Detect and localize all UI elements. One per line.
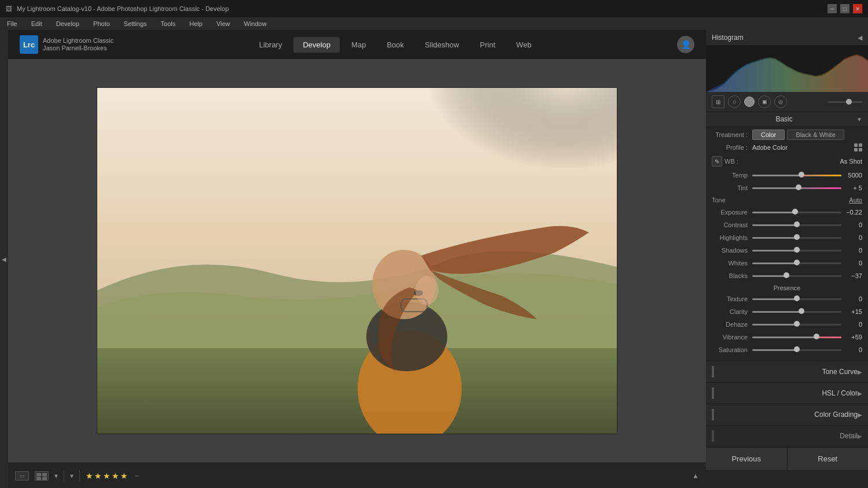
tab-web[interactable]: Web	[507, 37, 541, 53]
whites-value: 0	[841, 260, 862, 267]
color-treatment-btn[interactable]: Color	[752, 130, 785, 140]
color-grading-indicator	[712, 409, 714, 420]
center-area: Lrc Adobe Lightroom Classic Jason Parnel…	[8, 30, 706, 488]
basic-section-header[interactable]: Basic ▼	[706, 112, 868, 126]
wb-picker-tool[interactable]: ✎	[712, 156, 722, 167]
menu-edit[interactable]: Edit	[29, 19, 45, 28]
highlights-slider-row: Highlights 0	[712, 232, 862, 243]
tone-header-row: Tone Auto	[712, 195, 862, 205]
tab-print[interactable]: Print	[470, 37, 505, 53]
tab-map[interactable]: Map	[342, 37, 375, 53]
color-grading-section[interactable]: Color Grading ▶	[706, 404, 868, 426]
tone-curve-arrow: ▶	[858, 369, 862, 375]
tint-label: Tint	[712, 184, 752, 191]
bw-treatment-btn[interactable]: Black & White	[787, 130, 844, 140]
color-grading-arrow: ▶	[858, 412, 862, 418]
title-bar: 🖼 My Lightroom Catalog-v10 - Adobe Photo…	[0, 0, 868, 17]
texture-slider-row: Texture 0	[712, 294, 862, 304]
logo-text: Lrc	[23, 40, 35, 49]
exposure-slider-row: Exposure −0.22	[712, 207, 862, 217]
histogram-collapse[interactable]: ◀	[858, 34, 862, 42]
filmstrip-toggle[interactable]: ▲	[692, 472, 699, 480]
previous-button[interactable]: Previous	[706, 448, 788, 470]
window-controls[interactable]: ─ □ ✕	[827, 4, 862, 13]
close-button[interactable]: ✕	[853, 4, 862, 13]
tone-curve-title: Tone Curve	[719, 368, 858, 376]
menu-file[interactable]: File	[5, 19, 20, 28]
highlights-label: Highlights	[712, 234, 752, 241]
basic-section: Basic ▼ Treatment : Color Black & White …	[706, 112, 868, 361]
tab-develop[interactable]: Develop	[293, 37, 340, 53]
masking-tool[interactable]: ▣	[758, 95, 771, 108]
menu-tools[interactable]: Tools	[159, 19, 178, 28]
app-logo: Lrc Adobe Lightroom Classic Jason Parnel…	[20, 35, 113, 54]
view-grid-icon[interactable]	[35, 471, 49, 480]
temp-slider-row: Temp 5000	[712, 170, 862, 180]
highlights-slider[interactable]	[752, 237, 841, 239]
hsl-title: HSL / Color	[719, 389, 858, 397]
whites-slider-row: Whites 0	[712, 258, 862, 268]
exposure-label: Exposure	[712, 209, 752, 216]
tab-book[interactable]: Book	[377, 37, 413, 53]
shadows-slider[interactable]	[752, 250, 841, 252]
reset-button[interactable]: Reset	[788, 448, 869, 470]
shadows-slider-row: Shadows 0	[712, 245, 862, 256]
whites-slider[interactable]	[752, 263, 841, 264]
tab-library[interactable]: Library	[250, 37, 292, 53]
clarity-value: +15	[841, 308, 862, 315]
spot-removal-tool[interactable]: ○	[728, 95, 741, 108]
star-rating[interactable]: ★★★★★	[86, 471, 129, 480]
texture-value: 0	[841, 295, 862, 302]
tone-slider-bar[interactable]	[828, 101, 862, 103]
left-panel-toggle[interactable]: ◀	[1, 256, 8, 263]
tab-slideshow[interactable]: Slideshow	[415, 37, 468, 53]
detail-section[interactable]: Detail ▶	[706, 426, 868, 447]
vibrance-slider[interactable]	[752, 337, 841, 338]
main-photo	[97, 87, 617, 434]
profile-browser-icon[interactable]	[854, 143, 862, 151]
clarity-label: Clarity	[712, 308, 752, 315]
dehaze-label: Dehaze	[712, 321, 752, 328]
vibrance-label: Vibrance	[712, 334, 752, 341]
blacks-slider-row: Blacks −37	[712, 271, 862, 281]
wb-value[interactable]: As Shot	[840, 158, 862, 165]
menu-window[interactable]: Window	[242, 19, 269, 28]
menu-settings[interactable]: Settings	[122, 19, 149, 28]
exposure-slider[interactable]	[752, 212, 841, 213]
clarity-slider[interactable]	[752, 311, 841, 313]
saturation-slider[interactable]	[752, 349, 841, 351]
saturation-value: 0	[841, 346, 862, 353]
crop-tool[interactable]: ⊞	[712, 95, 724, 108]
menu-photo[interactable]: Photo	[91, 19, 112, 28]
blacks-slider[interactable]	[752, 275, 841, 277]
menu-develop[interactable]: Develop	[54, 19, 82, 28]
clarity-slider-row: Clarity +15	[712, 306, 862, 317]
menu-help[interactable]: Help	[187, 19, 205, 28]
histogram-header: Histogram ◀	[706, 30, 868, 46]
color-grading-title: Color Grading	[719, 411, 858, 419]
blacks-label: Blacks	[712, 272, 752, 279]
histogram-title: Histogram	[712, 34, 744, 42]
view-options-arrow[interactable]: ▾	[54, 472, 58, 480]
minimize-button[interactable]: ─	[827, 4, 837, 13]
sort-options[interactable]: ▾	[70, 472, 73, 480]
tone-slider-thumb	[846, 99, 852, 105]
profile-value[interactable]: Adobe Color	[752, 144, 854, 151]
bottom-toolbar: ▭ ▾ ▾ ★★★★★ − ▲	[8, 463, 706, 488]
graduated-tool[interactable]: ◎	[774, 95, 787, 108]
hsl-section[interactable]: HSL / Color ▶	[706, 383, 868, 404]
temp-slider[interactable]	[752, 175, 841, 176]
texture-slider[interactable]	[752, 298, 841, 300]
tint-slider[interactable]	[752, 187, 841, 189]
contrast-slider[interactable]	[752, 224, 841, 226]
dehaze-slider[interactable]	[752, 324, 841, 326]
tone-curve-section[interactable]: Tone Curve ▶	[706, 361, 868, 383]
temp-value: 5000	[841, 172, 862, 179]
texture-label: Texture	[712, 295, 752, 302]
auto-tone-btn[interactable]: Auto	[849, 197, 862, 204]
view-single-icon[interactable]: ▭	[15, 471, 29, 480]
maximize-button[interactable]: □	[840, 4, 849, 13]
red-eye-tool[interactable]	[744, 97, 755, 107]
user-avatar[interactable]: 👤	[677, 36, 694, 53]
menu-view[interactable]: View	[214, 19, 233, 28]
